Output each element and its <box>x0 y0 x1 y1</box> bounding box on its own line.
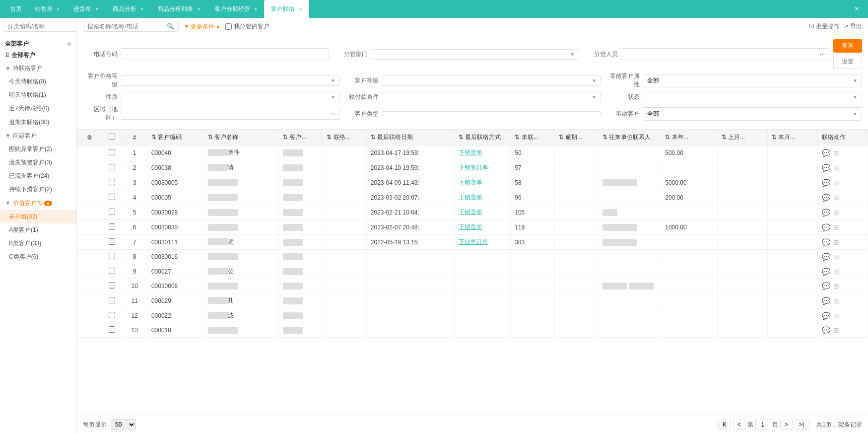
th-last-date[interactable]: ⇅ 最后联络日期 <box>366 130 454 145</box>
per-page-select[interactable]: 50 100 <box>111 419 136 430</box>
row-last-method[interactable] <box>454 250 511 264</box>
method-link[interactable]: 下销售订单 <box>459 164 488 171</box>
select-all-checkbox[interactable] <box>109 134 115 140</box>
dept-select[interactable]: ▼ <box>371 49 579 60</box>
chat-icon[interactable]: 💬 <box>822 297 830 305</box>
row-checkbox[interactable] <box>102 293 122 308</box>
prev-page-button[interactable]: < <box>733 420 745 430</box>
close-icon[interactable]: × <box>95 0 98 18</box>
price-level-select[interactable]: ▼ <box>121 75 340 86</box>
grid-icon[interactable]: ⊞ <box>833 312 839 320</box>
search-icon[interactable]: 🔍 <box>167 23 174 30</box>
method-link[interactable]: 下销售订单 <box>459 238 488 245</box>
row-checkbox[interactable] <box>102 220 122 235</box>
row-checkbox[interactable] <box>102 190 122 205</box>
row-last-method[interactable]: 下销货单 <box>454 145 511 160</box>
grid-icon[interactable]: ⊞ <box>833 149 839 157</box>
sidebar-item-declining[interactable]: 持续下滑客户(2) <box>0 183 76 196</box>
chat-icon[interactable]: 💬 <box>822 268 830 276</box>
category-search-input[interactable] <box>4 21 77 32</box>
reset-button[interactable]: 设置 <box>833 55 862 69</box>
sidebar-item-tomorrow[interactable]: 明天待联络(1) <box>0 88 76 102</box>
chat-icon[interactable]: 💬 <box>822 209 830 216</box>
group-header-problem[interactable]: ▼ 问题客户 <box>0 129 76 143</box>
row-last-method[interactable]: 下销货单 <box>454 220 511 235</box>
customer-level-select[interactable]: ▼ <box>382 75 601 86</box>
row-last-method[interactable]: 下销售订单 <box>454 235 511 250</box>
grid-icon[interactable]: ⊞ <box>833 164 839 172</box>
th-thismonth[interactable]: ⇅ 本月... <box>767 130 817 145</box>
sidebar-item-churn-warning[interactable]: 流失预警客户(3) <box>0 156 76 169</box>
group-header-value[interactable]: ▼ 价值客户 ↻ ● <box>0 197 76 210</box>
batch-op-button[interactable]: ☑ 批量操作 <box>809 22 840 31</box>
sidebar-item-week[interactable]: 近7天待联络(0) <box>0 102 76 115</box>
sidebar-item-class-b[interactable]: B类客户(33) <box>0 237 76 250</box>
sidebar-item-abnormal[interactable]: 囤购异常客户(2) <box>0 143 76 156</box>
method-link[interactable]: 下销货单 <box>459 194 482 201</box>
row-last-method[interactable]: 下销货单 <box>454 175 511 190</box>
customer-type-select[interactable] <box>382 111 601 116</box>
sidebar-item-class-a[interactable]: A类客户(1) <box>0 223 76 237</box>
sidebar-item-churned[interactable]: 已流失客户(24) <box>0 169 76 183</box>
grid-icon[interactable]: ⊞ <box>833 282 839 290</box>
last-page-button[interactable]: >| <box>795 420 808 430</box>
row-checkbox[interactable] <box>102 160 122 175</box>
sidebar-item-today[interactable]: 今天待联络(0) <box>0 75 76 88</box>
close-icon[interactable]: × <box>254 0 257 18</box>
nav-tab-0[interactable]: 销售单 × <box>28 0 67 18</box>
grid-icon[interactable]: ⊞ <box>833 223 839 231</box>
my-customers-checkbox[interactable] <box>225 23 232 30</box>
chat-icon[interactable]: 💬 <box>822 312 830 320</box>
th-contacts[interactable]: ⇅ 往来单位联系人 <box>598 130 661 145</box>
grid-icon[interactable]: ⊞ <box>833 268 839 276</box>
method-link[interactable]: 下销货单 <box>459 223 482 230</box>
query-button[interactable]: 查询 <box>833 39 862 53</box>
method-link[interactable]: 下销货单 <box>459 179 482 186</box>
all-customers-header[interactable]: 全部客户 « <box>0 35 76 50</box>
chat-icon[interactable]: 💬 <box>822 253 830 261</box>
status-select[interactable]: ▼ <box>643 92 862 102</box>
sidebar-collapse-btn[interactable]: « <box>67 39 71 48</box>
row-last-method[interactable]: 下销货单 <box>454 205 511 220</box>
row-checkbox[interactable] <box>102 175 122 190</box>
group-header-pending[interactable]: ▼ 待联络客户 <box>0 62 76 75</box>
row-last-method[interactable]: 下销货单 <box>454 190 511 205</box>
chat-icon[interactable]: 💬 <box>822 149 830 157</box>
retail-customer-select[interactable]: 全部 ▼ <box>643 107 862 121</box>
close-icon[interactable]: × <box>299 0 302 18</box>
row-checkbox[interactable] <box>102 264 122 279</box>
nav-tab-3[interactable]: 商品分析列表 × <box>150 0 207 18</box>
row-last-method[interactable] <box>454 293 511 308</box>
row-checkbox[interactable] <box>102 145 122 160</box>
nav-tab-2[interactable]: 商品分析 × <box>106 0 150 18</box>
th-thisyear[interactable]: ⇅ 本年... <box>661 130 718 145</box>
chat-icon[interactable]: 💬 <box>822 179 830 187</box>
export-button[interactable]: ↗ 导出 <box>844 22 862 31</box>
region-select[interactable]: ··· <box>121 108 340 120</box>
chat-icon[interactable]: 💬 <box>822 164 830 172</box>
sidebar-item-overdue[interactable]: 逾期未联络(30) <box>0 116 76 129</box>
nav-tab-4[interactable]: 客户分层经营 × <box>207 0 264 18</box>
nature-select[interactable]: ▼ <box>121 92 340 102</box>
row-last-method[interactable] <box>454 308 511 323</box>
sidebar-item-class-c[interactable]: C类客户(6) <box>0 250 76 264</box>
method-link[interactable]: 下销货单 <box>459 209 482 216</box>
grid-icon[interactable]: ⊞ <box>833 209 839 216</box>
row-last-method[interactable] <box>454 264 511 279</box>
th-settings[interactable]: ⚙ <box>77 130 102 145</box>
th-overdue[interactable]: ⇅ 逾期... <box>554 130 598 145</box>
sidebar-item-ungrouped[interactable]: 未分组(32) <box>0 210 76 223</box>
row-checkbox[interactable] <box>102 205 122 220</box>
row-checkbox[interactable] <box>102 250 122 264</box>
page-input[interactable] <box>755 420 770 430</box>
settings-icon[interactable]: ⚙ <box>87 134 92 141</box>
nav-home[interactable]: 首页 <box>4 0 28 18</box>
row-last-method[interactable] <box>454 323 511 338</box>
row-checkbox[interactable] <box>102 279 122 293</box>
th-code[interactable]: ⇅ 客户编码 <box>147 130 203 145</box>
row-last-method[interactable]: 下销售订单 <box>454 160 511 175</box>
th-checkbox[interactable] <box>102 130 122 145</box>
th-contact[interactable]: ⇅ 联络... <box>323 130 366 145</box>
retail-attr-select[interactable]: 全部 ▼ <box>643 74 862 87</box>
close-icon[interactable]: × <box>57 0 60 18</box>
